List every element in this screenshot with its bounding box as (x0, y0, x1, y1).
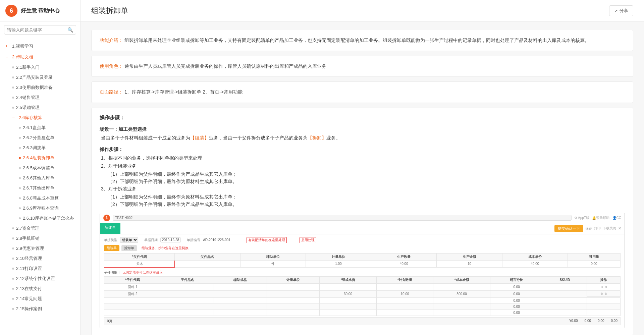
row-copy-icon[interactable]: ⊕ (600, 292, 603, 295)
mock-topbar-icons: ⚙ AppT版 🔔帮助帮助 👤CC (574, 216, 621, 220)
mock-tab-new[interactable]: 新建单 (100, 223, 120, 234)
step1: 1、根据不同的业务，选择不同单据的类型来处理 (100, 155, 625, 161)
steps-section: 操作步骤： 场景一：加工类型选择 当由多个子件材料组装成一个成品的业务为【组装】… (91, 108, 633, 335)
sidebar-item-mobile[interactable]: 2.8手机旺铺 (0, 233, 80, 243)
intro-card: 功能介绍： 组装拆卸单用来处理企业组装或拆卸等加工业务，支持有固定装配清单的产品… (91, 30, 633, 51)
mock-btn-submit[interactable]: 提交确认一下 (554, 225, 583, 232)
dot-icon (19, 167, 21, 169)
scene1-section: 场景一：加工类型选择 当由多个子件材料组装成一个成品的业务为【组装】业务，当由一… (100, 126, 625, 141)
dot-icon (12, 227, 14, 229)
dot-icon (12, 87, 14, 89)
mock-submit-area: 提交确认一下 保存 打印 下载关闭 × (551, 223, 625, 234)
sidebar-item-cost-reset[interactable]: 2.6.8商品成本重算 (0, 193, 80, 203)
sidebar-item-install[interactable]: 2.2产品安装及登录 (0, 72, 80, 82)
mock-form-area: 单据类型 组装单 拆卸单 单据日期 2019-12-28 单据编号 AD-201… (100, 234, 625, 328)
annotation3-container: 启用处理 (300, 237, 316, 243)
sidebar-item-data-prep[interactable]: 2.3使用前数据准备 (0, 82, 80, 93)
search-area: 🔍 (0, 22, 80, 38)
search-icon: 🔍 (67, 27, 73, 33)
mock-type-select[interactable]: 组装单 拆卸单 (120, 237, 138, 243)
logo-icon: 6 (5, 5, 17, 17)
sidebar-item-sales[interactable]: 2.4销售管理 (0, 93, 80, 103)
dot-icon (12, 107, 14, 109)
mock-close-icon[interactable]: × (618, 225, 621, 231)
dot-icon (19, 177, 21, 179)
minus-icon: − (5, 54, 10, 60)
mock-type-switch2[interactable]: 拆卸单 (121, 245, 137, 251)
dot-icon (19, 127, 21, 129)
sidebar-item-purchase[interactable]: 2.5采购管理 (0, 103, 80, 113)
sidebar-item-adjust[interactable]: 2.6.3调拨单 (0, 143, 80, 153)
logo-text: 好生意 帮助中心 (21, 7, 60, 14)
sidebar-item-online-pay[interactable]: 2.13在线支付 (0, 284, 80, 294)
mock-lower-label: 子件明细 | 无固定清单可以在这里录入 (104, 270, 621, 275)
sidebar-item-book-error[interactable]: 2.6.10库存账本错了怎么办 (0, 213, 80, 223)
table-row: 0.00 (104, 297, 621, 303)
mock-app: 6 TEST-H002 ⚙ AppT版 🔔帮助帮助 👤CC 新建单 (100, 213, 625, 328)
main-header: 组装拆卸单 ↗ 分享 (80, 0, 644, 22)
dot-icon (12, 308, 14, 310)
annotation1-arrow (233, 240, 245, 240)
minus-icon: − (12, 115, 17, 120)
share-button[interactable]: ↗ 分享 (609, 5, 633, 16)
nav-tree: + 1.视频学习 − 2.帮助文档 2.1新手入门 2.2产品安装及登录 2.3… (0, 38, 80, 335)
table-row: 0.00 (104, 310, 621, 316)
sidebar-item-assembly[interactable]: 2.6.4组装拆卸单 (0, 153, 80, 163)
table-row: 0.00 (104, 303, 621, 310)
dot-icon (12, 247, 14, 249)
sidebar-item-partial-count[interactable]: 2.6.2分量盘点单 (0, 133, 80, 143)
dot-icon (19, 207, 21, 209)
mock-upper-table: *父件代码 父件品名 辅助单位 计量单位 生产数量 生产金额 成本单价 可用量 (104, 253, 621, 268)
dot-icon (12, 268, 14, 270)
sidebar-item-newbie[interactable]: 2.1新手入门 (0, 62, 80, 72)
sidebar-item-coupon[interactable]: 2.9优惠券管理 (0, 243, 80, 254)
dot-icon (12, 76, 14, 78)
sidebar-item-other-in[interactable]: 2.6.6其他入库单 (0, 173, 80, 183)
step3: 3、对于拆装业务 (100, 186, 625, 192)
search-box[interactable]: 🔍 (4, 25, 76, 35)
dot-icon (19, 147, 21, 149)
row-delete-icon[interactable]: ⊗ (604, 285, 607, 289)
row-delete-icon[interactable]: ⊗ (604, 292, 607, 295)
ops-steps-title: 操作步骤： (100, 147, 625, 153)
sidebar-item-custom[interactable]: 2.12系统个性化设置 (0, 274, 80, 284)
mock-form-row1: 单据类型 组装单 拆卸单 单据日期 2019-12-28 单据编号 AD-201… (104, 237, 621, 243)
search-input[interactable] (7, 27, 65, 33)
sidebar-item-finance[interactable]: 2.7资金管理 (0, 223, 80, 233)
mock-topbar: 6 TEST-H002 ⚙ AppT版 🔔帮助帮助 👤CC (100, 213, 625, 223)
sidebar-item-inventory[interactable]: − 2.6库存核算 (0, 113, 80, 123)
sidebar-item-faq[interactable]: 2.14常见问题 (0, 294, 80, 304)
scene1-title: 场景一：加工类型选择 (100, 126, 625, 132)
sidebar-item-video[interactable]: + 1.视频学习 (0, 41, 80, 52)
mock-nav: 新建单 提交确认一下 保存 打印 下载关闭 × (100, 223, 625, 234)
sidebar-item-ops[interactable]: 2.10经营管理 (0, 254, 80, 264)
annotation4-label: 无固定清单可以在这里录入 (122, 270, 163, 275)
dot-icon (12, 97, 14, 99)
logo-area: 6 好生意 帮助中心 (0, 0, 80, 22)
dot-icon (12, 237, 14, 239)
table-row: 面料 1 0.00 (104, 283, 621, 290)
table-row: 面料 2 30.00 10.00 300.00 0.00 (104, 290, 621, 297)
dot-icon (19, 157, 21, 159)
row-copy-icon[interactable]: ⊕ (600, 285, 603, 289)
mock-type-switch[interactable]: 组装单 (104, 245, 119, 251)
annotation3-label: 启用处理 (300, 237, 316, 243)
sidebar-item-cost-adjust[interactable]: 2.6.5成本调整单 (0, 163, 80, 173)
main-area: 组装拆卸单 ↗ 分享 功能介绍： 组装拆卸单用来处理企业组装或拆卸等加工业务，支… (80, 0, 644, 335)
sidebar: 6 好生意 帮助中心 🔍 + 1.视频学习 − 2.帮助文档 2.1新手入门 2… (0, 0, 80, 335)
table-row: 关木 件 1.00 40.00 10 40.00 0.00 (104, 260, 621, 267)
annotation1-label: 有装配清单的在这里处理 (247, 237, 287, 243)
sidebar-item-book-check[interactable]: 2.6.9库存账本查询 (0, 203, 80, 213)
sidebar-item-cases[interactable]: 2.15操作案例 (0, 304, 80, 314)
sidebar-item-docs[interactable]: − 2.帮助文档 (0, 52, 80, 62)
sidebar-item-other-out[interactable]: 2.6.7其他出库单 (0, 183, 80, 193)
sidebar-item-print[interactable]: 2.11打印设置 (0, 264, 80, 274)
role-card: 使用角色： 通常由生产人员或库管人员完成拆装业务的操作，库管人员确认原材料的出库… (91, 56, 633, 77)
step2-sub2: （2）下部明细为子件明细，最终作为原材料生成其它出库单。 (100, 179, 625, 185)
path-card: 页面路径： 1、库存核算->库存管理->组装拆卸单 2、首页->常用功能 (91, 81, 633, 103)
step2-sub1: （1）上部明细为父件明细，最终作为产成品生成其它入库单； (100, 171, 625, 177)
dot-icon (12, 258, 14, 260)
mock-url-bar: TEST-H002 (113, 215, 572, 221)
sidebar-item-count[interactable]: 2.6.1盘点单 (0, 123, 80, 133)
page-title: 组装拆卸单 (91, 6, 128, 16)
